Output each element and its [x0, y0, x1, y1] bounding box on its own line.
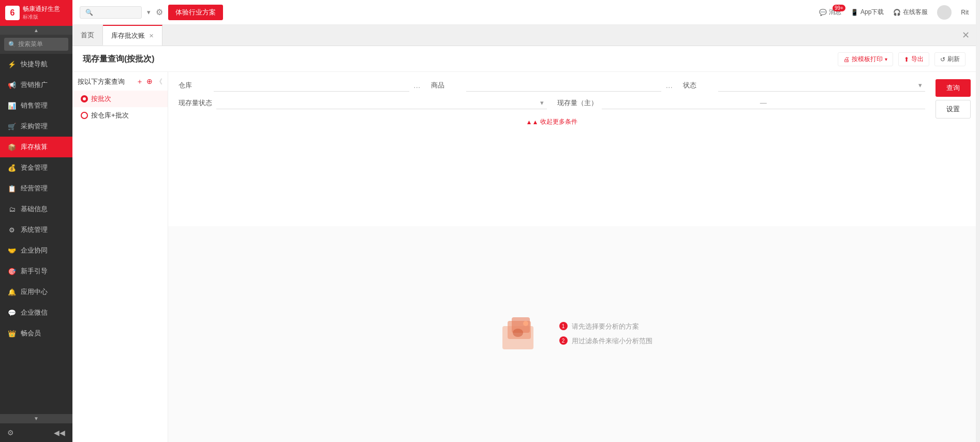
scheme-item-by-batch[interactable]: 按批次: [72, 91, 168, 107]
system-icon: ⚙: [7, 225, 17, 234]
finance-icon: 💰: [7, 163, 17, 172]
sidebar-item-label: 基础信息: [21, 204, 48, 214]
sidebar-item-label: 资金管理: [21, 163, 48, 172]
collapse-label: 收起更多条件: [540, 117, 577, 126]
tip-text-1: 请先选择要分析的方案: [572, 322, 639, 331]
quantity-to-input[interactable]: [769, 97, 925, 109]
quantity-label: 现存量（主）: [557, 98, 598, 108]
product-more-icon[interactable]: …: [665, 81, 673, 90]
query-button[interactable]: 查询: [936, 79, 971, 97]
topbar-search-icon: 🔍: [85, 9, 93, 16]
topbar-gear-icon[interactable]: ⚙: [156, 7, 163, 17]
tip-num-1: 1: [559, 322, 568, 330]
online-service-button[interactable]: 🎧 在线客服: [893, 8, 928, 17]
phone-icon: 📱: [851, 9, 858, 16]
quantity-from-input[interactable]: [602, 97, 758, 109]
export-button[interactable]: ⬆ 导出: [898, 52, 929, 66]
quantity-field: 现存量（主） —: [557, 97, 926, 109]
message-icon: 💬: [819, 9, 827, 16]
sidebar-header: 6 畅康通好生意 标准版: [0, 0, 72, 26]
scheme-item-by-warehouse-batch[interactable]: 按仓库+批次: [72, 107, 168, 124]
print-button[interactable]: 🖨 按模板打印 ▾: [838, 52, 893, 66]
tab-home[interactable]: 首页: [72, 25, 103, 45]
topbar-search[interactable]: 🔍: [80, 6, 142, 19]
search-icon: 🔍: [8, 41, 16, 48]
sidebar-item-system[interactable]: ⚙ 系统管理: [0, 219, 72, 240]
sidebar-item-sales[interactable]: 📊 销售管理: [0, 95, 72, 116]
sidebar-item-label: 企业协同: [21, 246, 48, 255]
scheme-add-icon[interactable]: ＋: [136, 77, 143, 86]
topbar: 🔍 ▾ ⚙ 体验行业方案 💬 消息 99+ 📱 App下载 🎧 在线客服 Rit: [72, 0, 976, 25]
sidebar-search-container[interactable]: 🔍 搜索菜单: [0, 35, 72, 54]
collapse-icon[interactable]: ◀◀: [54, 429, 65, 437]
collapse-button[interactable]: ▲▲ 收起更多条件: [526, 117, 578, 126]
inventory-status-select[interactable]: ▾: [216, 97, 547, 109]
status-select[interactable]: ▾: [718, 79, 925, 92]
sales-icon: 📊: [7, 101, 17, 110]
refresh-button[interactable]: ↺ 刷新: [934, 52, 966, 66]
sidebar-item-operations[interactable]: 📋 经营管理: [0, 178, 72, 199]
filter-actions-row: ▲▲ 收起更多条件: [179, 114, 925, 129]
sidebar-scroll-up[interactable]: ▲: [0, 26, 72, 35]
refresh-icon: ↺: [940, 56, 945, 63]
warehouse-more-icon[interactable]: …: [413, 81, 421, 90]
sidebar-item-member[interactable]: 👑 畅会员: [0, 323, 72, 344]
settings-button[interactable]: 设置: [936, 100, 971, 119]
tabs-close-all-button[interactable]: ✕: [956, 30, 976, 41]
print-icon: 🖨: [843, 56, 850, 63]
sidebar-item-appstore[interactable]: 🔔 应用中心: [0, 282, 72, 302]
status-field: 状态 ▾: [683, 79, 925, 92]
sidebar-item-wechat[interactable]: 💬 企业微信: [0, 302, 72, 323]
app-edition: 标准版: [23, 13, 60, 21]
sidebar-nav: ⚡ 快捷导航 📢 营销推广 📊 销售管理 🛒 采购管理 📦 库存核算 💰 资金管…: [0, 54, 72, 414]
marketing-icon: 📢: [7, 80, 17, 90]
print-dropdown-icon[interactable]: ▾: [885, 56, 887, 62]
refresh-label: 刷新: [947, 55, 960, 64]
sidebar-item-label: 销售管理: [21, 101, 48, 110]
tab-inventory-batch[interactable]: 库存批次账 ✕: [103, 25, 162, 46]
range-separator: —: [760, 99, 767, 107]
app-download-button[interactable]: 📱 App下载: [851, 8, 884, 17]
inventory-status-field: 现存量状态 ▾: [179, 97, 547, 109]
sidebar-item-inventory[interactable]: 📦 库存核算: [0, 137, 72, 157]
sidebar-item-finance[interactable]: 💰 资金管理: [0, 157, 72, 178]
empty-illustration: [492, 308, 544, 360]
tab-close-icon[interactable]: ✕: [149, 33, 154, 39]
settings-icon[interactable]: ⚙: [7, 429, 14, 437]
tip-num-2: 2: [559, 336, 568, 345]
sidebar-scroll-down[interactable]: ▼: [0, 414, 72, 423]
empty-tips: 1 请先选择要分析的方案 2 用过滤条件来缩小分析范围: [559, 322, 652, 346]
trial-button[interactable]: 体验行业方案: [168, 5, 223, 20]
warehouse-label: 仓库: [179, 81, 210, 90]
sidebar-item-quick-nav[interactable]: ⚡ 快捷导航: [0, 54, 72, 75]
scheme-dot-inner: [83, 97, 86, 100]
scheme-settings-icon[interactable]: ⊕: [146, 77, 153, 86]
tab-inventory-batch-label: 库存批次账: [111, 31, 145, 40]
export-icon: ⬆: [904, 56, 909, 63]
app-logo: 6: [5, 6, 20, 20]
messages-button[interactable]: 💬 消息 99+: [819, 8, 841, 17]
sidebar-item-label: 新手引导: [21, 267, 48, 276]
sidebar-item-enterprise[interactable]: 🤝 企业协同: [0, 240, 72, 261]
filter-row-2: 现存量状态 ▾ 现存量（主） —: [179, 97, 925, 109]
warehouse-input[interactable]: [214, 79, 409, 92]
sidebar-item-label: 经营管理: [21, 184, 48, 193]
sidebar-item-newbie[interactable]: 🎯 新手引导: [0, 261, 72, 282]
product-input[interactable]: [466, 79, 662, 92]
avatar[interactable]: [937, 5, 952, 20]
right-panel: [976, 0, 980, 442]
scheme-collapse-icon[interactable]: 《: [156, 77, 162, 86]
scheme-dot-active: [81, 95, 88, 102]
messages-badge: 99+: [833, 5, 845, 11]
sidebar-search-inner[interactable]: 🔍 搜索菜单: [4, 38, 68, 51]
scheme-panel: 按以下方案查询 ＋ ⊕ 《 按批次 按仓库+批次: [72, 72, 168, 442]
svg-point-3: [513, 329, 523, 337]
export-label: 导出: [911, 55, 924, 64]
username-label[interactable]: Rit: [961, 9, 969, 16]
sidebar-item-marketing[interactable]: 📢 营销推广: [0, 75, 72, 95]
sidebar-item-basic[interactable]: 🗂 基础信息: [0, 199, 72, 219]
scheme-dot-inactive: [81, 112, 88, 119]
tabs-bar: 首页 库存批次账 ✕ ✕: [72, 25, 976, 46]
sidebar-item-purchase[interactable]: 🛒 采购管理: [0, 116, 72, 137]
topbar-dropdown-icon[interactable]: ▾: [147, 8, 151, 16]
